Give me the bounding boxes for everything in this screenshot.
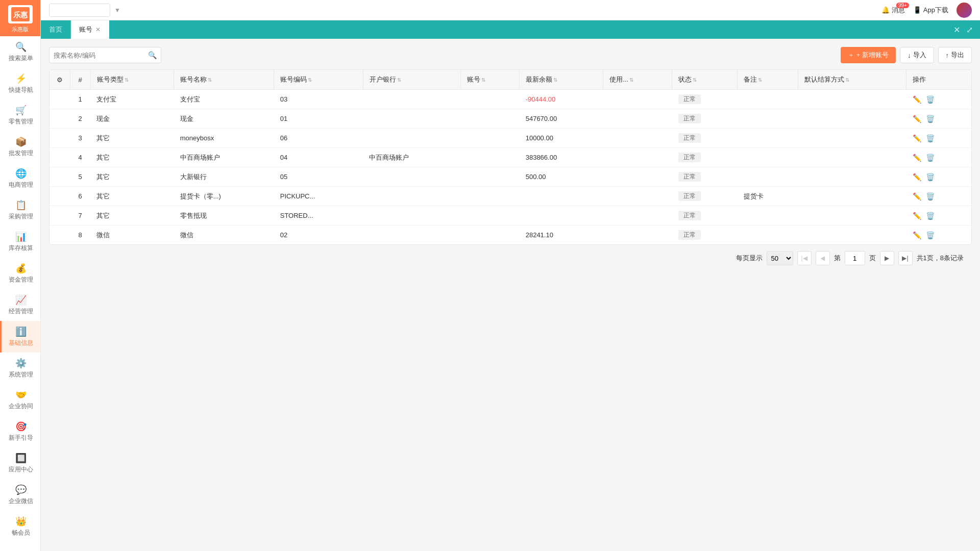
sidebar-item-search-menu-label: 搜索菜单 <box>9 54 33 63</box>
sidebar-item-enterprise-agreement[interactable]: 🤝 企业协同 <box>0 384 40 416</box>
cell-remark <box>738 90 798 109</box>
topbar-dropdown-icon[interactable]: ▼ <box>114 7 120 14</box>
col-settings[interactable]: ⚙ <box>50 70 70 90</box>
tab-close-all-button[interactable]: ✕ <box>950 25 963 35</box>
sidebar-item-basic-info[interactable]: ℹ️ 基础信息 <box>0 321 40 353</box>
sort-account-type-icon[interactable]: ⇅ <box>125 77 129 83</box>
first-page-button[interactable]: |◀ <box>797 251 812 265</box>
delete-icon[interactable]: 🗑️ <box>926 173 935 181</box>
sidebar-item-beginner-guide[interactable]: 🎯 新手引导 <box>0 416 40 447</box>
cell-remark <box>738 167 798 187</box>
sort-default-settlement-icon[interactable]: ⇅ <box>845 77 849 83</box>
sidebar-item-operations-mgmt[interactable]: 📈 经营管理 <box>0 289 40 321</box>
delete-icon[interactable]: 🗑️ <box>926 231 935 239</box>
delete-icon[interactable]: 🗑️ <box>926 154 935 162</box>
topbar-search-input[interactable] <box>49 4 110 17</box>
col-account-type: 账号类型⇅ <box>90 70 174 90</box>
cell-action: ✏️ 🗑️ <box>906 187 971 206</box>
delete-icon[interactable]: 🗑️ <box>926 115 935 123</box>
tab-home[interactable]: 首页 <box>41 20 71 39</box>
edit-icon[interactable]: ✏️ <box>913 173 921 181</box>
cell-settings <box>50 226 70 245</box>
last-page-button[interactable]: ▶| <box>898 251 913 265</box>
cell-remark: 提货卡 <box>738 187 798 206</box>
edit-icon[interactable]: ✏️ <box>913 192 921 201</box>
sort-remark-icon[interactable]: ⇅ <box>758 77 762 83</box>
edit-icon[interactable]: ✏️ <box>913 134 921 142</box>
edit-icon[interactable]: ✏️ <box>913 212 921 220</box>
cell-status: 正常 <box>672 187 738 206</box>
cell-latest-balance <box>520 187 603 206</box>
cell-num: 7 <box>70 206 90 226</box>
app-download-button[interactable]: 📱 App下载 <box>913 6 948 15</box>
sort-status-icon[interactable]: ⇅ <box>693 77 697 83</box>
export-button[interactable]: ↑ 导出 <box>938 47 972 63</box>
cell-latest-balance: 547670.00 <box>520 109 603 129</box>
col-status: 状态⇅ <box>672 70 738 90</box>
retail-mgmt-icon: 🛒 <box>15 105 27 116</box>
sidebar-item-search-menu[interactable]: 🔍 搜索菜单 <box>0 36 40 68</box>
cell-account-no <box>461 206 520 226</box>
edit-icon[interactable]: ✏️ <box>913 154 921 162</box>
delete-icon[interactable]: 🗑️ <box>926 192 935 201</box>
page-number-input[interactable] <box>845 251 865 265</box>
delete-icon[interactable]: 🗑️ <box>926 134 935 142</box>
sort-usage-icon[interactable]: ⇅ <box>629 77 633 83</box>
cell-account-no <box>461 148 520 167</box>
message-button[interactable]: 🔔 消息 99+ <box>881 6 905 15</box>
page-size-select[interactable]: 50 20 100 <box>767 251 793 265</box>
per-page-label: 每页显示 <box>736 254 763 263</box>
col-remark: 备注⇅ <box>738 70 798 90</box>
edit-icon[interactable]: ✏️ <box>913 115 921 123</box>
sidebar-item-ecommerce-mgmt[interactable]: 🌐 电商管理 <box>0 163 40 194</box>
tab-account-close-icon[interactable]: ✕ <box>95 26 101 33</box>
sidebar-item-vip-member[interactable]: 👑 畅会员 <box>0 511 40 542</box>
sort-account-name-icon[interactable]: ⇅ <box>208 77 212 83</box>
tab-expand-button[interactable]: ⤢ <box>963 25 976 35</box>
sidebar-item-capital-mgmt[interactable]: 💰 资金管理 <box>0 258 40 289</box>
search-input[interactable] <box>54 52 148 59</box>
sidebar-item-app-center[interactable]: 🔲 应用中心 <box>0 447 40 479</box>
cell-latest-balance: -90444.00 <box>520 90 603 109</box>
sidebar-item-purchase-mgmt[interactable]: 📋 采购管理 <box>0 194 40 226</box>
edit-icon[interactable]: ✏️ <box>913 231 921 239</box>
user-avatar[interactable] <box>957 3 972 18</box>
next-page-button[interactable]: ▶ <box>880 251 894 265</box>
message-icon: 🔔 <box>881 6 890 14</box>
import-button[interactable]: ↓ 导入 <box>900 47 934 63</box>
sidebar-item-enterprise-wechat[interactable]: 💬 企业微信 <box>0 479 40 511</box>
cell-account-code: 06 <box>274 129 363 148</box>
add-account-button[interactable]: ＋ + 新增账号 <box>841 47 896 63</box>
sidebar-item-quick-nav[interactable]: ⚡ 快捷导航 <box>0 68 40 99</box>
cell-action: ✏️ 🗑️ <box>906 90 971 109</box>
delete-icon[interactable]: 🗑️ <box>926 95 935 104</box>
cell-settings <box>50 187 70 206</box>
cell-latest-balance <box>520 206 603 226</box>
sort-account-code-icon[interactable]: ⇅ <box>308 77 312 83</box>
col-latest-balance: 最新余额⇅ <box>520 70 603 90</box>
prev-page-button[interactable]: ◀ <box>816 251 830 265</box>
cell-open-bank <box>363 129 461 148</box>
sidebar-item-retail-mgmt[interactable]: 🛒 零售管理 <box>0 99 40 131</box>
tab-account[interactable]: 账号 ✕ <box>71 20 109 39</box>
cell-default-settlement <box>798 187 906 206</box>
delete-icon[interactable]: 🗑️ <box>926 212 935 220</box>
vip-member-icon: 👑 <box>15 516 27 527</box>
cell-account-type: 其它 <box>90 148 174 167</box>
add-icon: ＋ <box>848 51 854 60</box>
sort-latest-balance-icon[interactable]: ⇅ <box>553 77 557 83</box>
cell-status: 正常 <box>672 148 738 167</box>
cell-remark <box>738 148 798 167</box>
sidebar-item-inventory[interactable]: 📊 库存核算 <box>0 226 40 258</box>
sort-open-bank-icon[interactable]: ⇅ <box>397 77 401 83</box>
sidebar-logo: 乐惠 乐惠版 <box>0 0 40 36</box>
sidebar-logo-text: 乐惠版 <box>12 26 29 33</box>
sidebar-item-system-mgmt[interactable]: ⚙️ 系统管理 <box>0 353 40 384</box>
sort-account-no-icon[interactable]: ⇅ <box>481 77 485 83</box>
col-account-no: 账号⇅ <box>461 70 520 90</box>
cell-account-code: PICKUPC... <box>274 187 363 206</box>
edit-icon[interactable]: ✏️ <box>913 95 921 104</box>
sidebar-item-wholesale-mgmt[interactable]: 📦 批发管理 <box>0 131 40 163</box>
cell-open-bank <box>363 90 461 109</box>
accounts-table: ⚙ # 账号类型⇅ 账号名称⇅ 账号编码⇅ 开户银行⇅ <box>49 69 972 245</box>
